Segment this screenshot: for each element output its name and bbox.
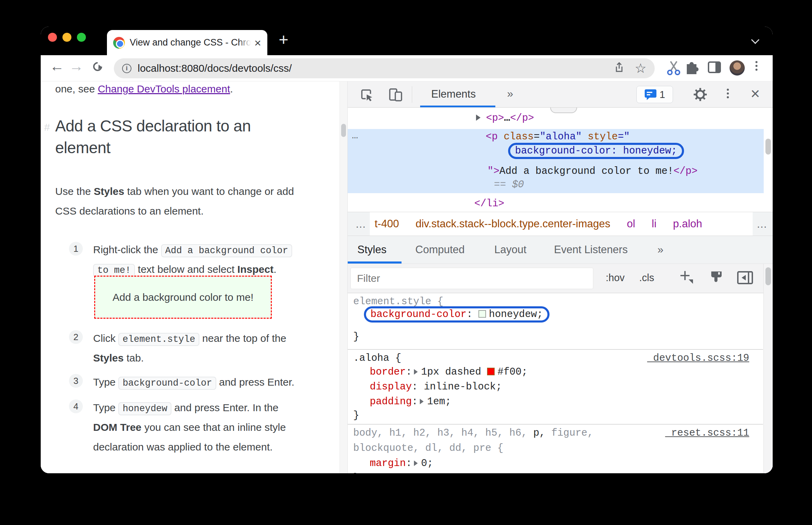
dom-breadcrumbs: … t-400 div.stack.stack--block.type.cent… xyxy=(348,212,773,236)
toggle-sidebar-icon[interactable] xyxy=(737,271,753,286)
rule-selector[interactable]: body, h1, h2, h3, h4, h5, h6, p, figure, xyxy=(353,427,593,439)
maximize-window-button[interactable] xyxy=(77,33,86,42)
toolbar-divider xyxy=(412,86,412,103)
color-swatch-honeydew[interactable] xyxy=(478,310,486,318)
inline-code: background-color xyxy=(118,377,216,390)
profile-avatar[interactable] xyxy=(730,60,745,76)
change-devtools-placement-link[interactable]: Change DevTools placement xyxy=(98,83,230,95)
styles-scrollbar-thumb[interactable] xyxy=(765,267,771,285)
devtools-menu-kebab-icon[interactable] xyxy=(727,87,729,100)
more-panels-chevron[interactable]: » xyxy=(507,87,513,100)
node-more-actions-icon[interactable]: … xyxy=(352,130,359,141)
heading-anchor-hash[interactable]: # xyxy=(44,121,50,133)
devtools-toolbar: Elements » 1 × xyxy=(348,81,773,108)
share-icon[interactable] xyxy=(613,62,625,75)
crumb-item[interactable]: t-400 xyxy=(375,218,399,230)
declaration-padding[interactable]: padding:1em; xyxy=(370,396,451,407)
crumb-item[interactable]: li xyxy=(652,218,656,230)
doc-scrollbar-thumb[interactable] xyxy=(341,124,346,137)
tab-search-chevron-icon[interactable] xyxy=(751,36,759,44)
styles-pane: element.style { background-color: honeyd… xyxy=(348,293,773,473)
partially-scrolled-node xyxy=(550,108,577,113)
styles-filter-input[interactable] xyxy=(350,268,593,289)
expand-triangle-icon[interactable] xyxy=(414,460,418,466)
css-property[interactable]: background-color xyxy=(370,309,466,320)
issues-badge[interactable]: 1 xyxy=(636,86,673,103)
declaration-display[interactable]: display: inline-block; xyxy=(370,381,502,393)
toggle-class-button[interactable]: .cls xyxy=(639,272,654,284)
reload-button[interactable] xyxy=(91,60,104,73)
close-window-button[interactable] xyxy=(48,33,57,42)
toggle-hover-state-button[interactable]: :hov xyxy=(606,272,625,284)
forward-button[interactable]: → xyxy=(69,58,83,75)
declaration-margin[interactable]: margin:0; xyxy=(370,458,433,469)
crumbs-overflow-left[interactable]: … xyxy=(355,218,366,230)
new-tab-button[interactable]: + xyxy=(279,31,288,48)
dom-node-selected[interactable]: … <p class="aloha" style=" background-co… xyxy=(348,129,764,193)
demo-aloha-paragraph[interactable]: Add a background color to me! xyxy=(94,276,272,319)
new-style-rule-button[interactable]: + xyxy=(680,265,691,286)
tab-layout[interactable]: Layout xyxy=(494,244,526,256)
inspect-element-icon[interactable] xyxy=(360,88,374,103)
crumbs-overflow-right[interactable]: … xyxy=(756,218,767,230)
source-link[interactable]: _devtools.scss:19 xyxy=(647,353,749,364)
inline-code: honeydew xyxy=(118,402,171,415)
inline-code: element.style xyxy=(118,333,199,346)
docs-page: one, see Change DevTools placement. # Ad… xyxy=(41,81,339,473)
scissors-extension-icon[interactable] xyxy=(666,60,681,77)
source-link[interactable]: _reset.scss:11 xyxy=(665,427,749,439)
step-4-marker: 4 xyxy=(69,399,83,413)
css-value[interactable]: honeydew; xyxy=(489,309,543,320)
minimize-window-button[interactable] xyxy=(62,33,71,42)
declaration-border[interactable]: border:1px dashed #f00; xyxy=(370,366,527,378)
rule-element-style[interactable]: element.style { background-color: honeyd… xyxy=(348,293,763,349)
browser-menu-kebab-icon[interactable] xyxy=(755,59,757,72)
rendering-brush-icon[interactable] xyxy=(709,270,724,287)
expand-triangle-icon[interactable] xyxy=(414,369,418,375)
tab-computed[interactable]: Computed xyxy=(415,244,465,256)
devtools-close-icon[interactable]: × xyxy=(751,84,760,103)
back-button[interactable]: ← xyxy=(50,58,64,75)
issues-count: 1 xyxy=(660,89,665,100)
tab-styles[interactable]: Styles xyxy=(357,244,386,256)
url-text[interactable]: localhost:8080/docs/devtools/css/ xyxy=(138,62,604,74)
step-2-marker: 2 xyxy=(69,330,83,344)
dom-scrollbar-thumb[interactable] xyxy=(765,139,771,155)
rule-selector-line2[interactable]: blockquote, dl, dd, pre { xyxy=(353,443,503,454)
dom-node-collapsed-p[interactable]: <p>…</p> xyxy=(476,112,534,124)
crumb-item-selected[interactable]: p.aloh xyxy=(673,218,702,230)
screenshot-stage: View and change CSS - Chrom × + ← → i lo… xyxy=(0,0,812,525)
extensions-puzzle-icon[interactable] xyxy=(685,60,699,76)
intro-paragraph: Use the Styles tab when you want to chan… xyxy=(55,181,294,221)
browser-tab[interactable]: View and change CSS - Chrom × xyxy=(107,30,267,55)
dom-node-li-close[interactable]: </li> xyxy=(474,198,504,209)
expand-triangle-icon[interactable] xyxy=(420,399,424,404)
bookmark-star-icon[interactable]: ☆ xyxy=(635,61,646,76)
tab-elements[interactable]: Elements xyxy=(431,88,476,100)
devtools-panel: Elements » 1 × xyxy=(348,81,773,473)
rule-selector[interactable]: .aloha { xyxy=(353,353,401,364)
more-tabs-chevron[interactable]: » xyxy=(657,244,663,256)
expand-arrow-icon[interactable] xyxy=(476,115,481,121)
color-swatch-red[interactable] xyxy=(487,368,495,375)
device-toolbar-icon[interactable] xyxy=(388,88,404,103)
tab-close-icon[interactable]: × xyxy=(254,37,261,49)
styles-scrollbar[interactable] xyxy=(763,264,773,473)
address-bar[interactable]: i localhost:8080/docs/devtools/css/ ☆ xyxy=(114,58,655,78)
chrome-favicon-icon xyxy=(113,37,125,49)
dollar-zero-hint: == $0 xyxy=(494,179,524,190)
declaration-highlight-ring[interactable]: background-color: honeydew; xyxy=(364,306,549,323)
side-panel-icon[interactable] xyxy=(707,60,722,76)
rule-selector[interactable]: element.style { xyxy=(353,296,443,307)
settings-gear-icon[interactable] xyxy=(693,87,708,103)
crumb-item[interactable]: ol xyxy=(627,218,635,230)
heading-line1: Add a CSS declaration to an xyxy=(55,115,251,137)
crumb-item[interactable]: div.stack.stack--block.type.center-image… xyxy=(416,218,611,230)
site-info-icon[interactable]: i xyxy=(122,64,131,73)
styles-tab-underline xyxy=(348,261,402,264)
doc-scrollbar[interactable] xyxy=(339,81,348,473)
rule-reset[interactable]: body, h1, h2, h3, h4, h5, h6, p, figure,… xyxy=(348,425,763,473)
rule-aloha[interactable]: .aloha { _devtools.scss:19 border:1px da… xyxy=(348,350,763,424)
tab-event-listeners[interactable]: Event Listeners xyxy=(554,244,628,256)
step-3-marker: 3 xyxy=(69,374,83,388)
